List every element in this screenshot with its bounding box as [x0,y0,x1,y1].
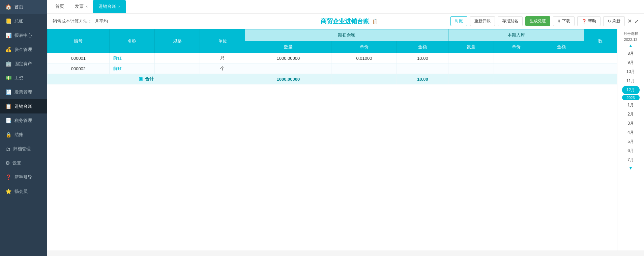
month-item-7[interactable]: 7月 [622,156,640,164]
month-item-11[interactable]: 11月 [622,77,640,85]
col-header-spec: 规格 [154,29,200,53]
col-header-opening-balance: 期初余额 [245,29,448,41]
download-label: 下载 [562,18,570,24]
cost-method-value: 月平均 [95,18,108,24]
close-window-button[interactable]: ✕ [627,18,632,24]
table-row: 000001 前缸 只 1000.00000 0.01000 10.00 [48,53,617,63]
page-title: 商贸企业进销台账 📋 [252,17,447,25]
row1-spec [154,53,200,63]
archive-icon: 🗂 [5,146,10,152]
month-item-12[interactable]: 12月 [622,86,640,94]
month-panel-year-2022: 2022.12 [624,37,638,42]
inventory-icon: 📋 [5,103,12,109]
row2-opening-price [331,63,397,74]
sidebar-label-settings: 设置 [12,160,21,166]
sidebar-label-inventory: 进销台账 [14,103,32,109]
help-label: 帮助 [588,18,596,24]
total-more [584,74,617,84]
invoice-mgmt-icon: 🧾 [5,89,12,95]
row2-in-price [494,63,539,74]
guide-icon: ❓ [5,174,12,180]
row1-in-amount [539,53,584,63]
month-item-9[interactable]: 9月 [622,58,640,67]
tab-invoice-close[interactable]: × [86,4,88,8]
generate-button[interactable]: 生成凭证 [525,16,550,26]
sidebar-item-salary[interactable]: 💵 工资 [0,71,47,85]
sidebar-item-closing[interactable]: 🔒 结账 [0,128,47,142]
refresh-label: 刷新 [612,18,620,24]
row1-opening-qty: 1000.00000 [245,53,331,63]
download-button[interactable]: ⬇ 下载 [553,16,575,26]
row2-in-qty [448,63,494,74]
sidebar-item-member[interactable]: ⭐ 畅会员 [0,184,47,199]
total-opening-amount: 10.00 [397,74,448,84]
month-item-1[interactable]: 1月 [622,101,640,109]
funds-icon: 💰 [5,47,12,53]
cost-method-label: 销售成本计算方法： [53,18,92,24]
sidebar-item-settings[interactable]: ⚙ 设置 [0,156,47,170]
refresh-icon: ↻ [608,19,611,24]
sidebar-item-archive[interactable]: 🗂 归档管理 [0,142,47,156]
refresh-button[interactable]: ↻ 刷新 [603,16,625,26]
total-in-amount [539,74,584,84]
toolbar-left: 销售成本计算方法： 月平均 [53,18,248,24]
col-header-in-amount: 金额 [539,41,584,53]
member-icon: ⭐ [5,188,12,195]
month-item-6[interactable]: 6月 [622,147,640,155]
month-item-10[interactable]: 10月 [622,68,640,76]
row2-opening-qty [245,63,331,74]
assets-icon: 🏢 [5,61,12,67]
match-button[interactable]: 对账 [450,16,467,26]
sidebar-item-reports[interactable]: 📊 报表中心 [0,28,47,43]
toolbar: 销售成本计算方法： 月平均 商贸企业进销台账 📋 对账 重新开账 存报别名 生成… [47,14,644,29]
download-icon: ⬇ [557,19,561,24]
month-item-5[interactable]: 5月 [622,137,640,146]
month-scroll-up[interactable]: ▲ [627,42,635,49]
sidebar-label-assets: 固定资产 [14,61,32,67]
home-icon: 🏠 [5,4,12,10]
page-title-icon: 📋 [372,19,378,24]
sidebar-item-tax[interactable]: 📑 税务管理 [0,113,47,128]
row2-more [584,63,617,74]
col-header-in-qty: 数量 [448,41,494,53]
tab-home-label: 首页 [55,3,64,9]
col-header-name: 名称 [109,29,154,53]
tab-inventory-ledger[interactable]: 进销台账 × [93,0,125,13]
sidebar-label-home: 首页 [14,4,23,10]
month-item-4[interactable]: 4月 [622,128,640,137]
sidebar-item-funds[interactable]: 💰 资金管理 [0,43,47,57]
total-icon: ▣ [139,76,143,81]
month-scroll-down[interactable]: ▼ [627,164,635,171]
month-item-2[interactable]: 2月 [622,110,640,119]
tab-invoice[interactable]: 发票 × [69,0,93,13]
col-header-opening-amount: 金额 [397,41,448,53]
month-item-3[interactable]: 3月 [622,119,640,128]
sidebar-item-ledger[interactable]: 📒 总账 [0,14,47,28]
ledger-icon: 📒 [5,18,12,24]
tab-home[interactable]: 首页 [50,0,69,13]
sidebar-label-member: 畅会员 [14,188,28,195]
sidebar-item-guide[interactable]: ❓ 新手引导 [0,170,47,184]
sidebar-item-assets[interactable]: 🏢 固定资产 [0,57,47,71]
table-area: 编号 名称 规格 单位 期初余额 本期入库 数 数量 单价 金额 数量 单价 [47,29,617,251]
row1-more [584,53,617,63]
tab-inventory-close[interactable]: × [118,4,120,8]
row1-opening-amount: 10.00 [397,53,448,63]
page-title-text: 商贸企业进销台账 [321,18,369,25]
sidebar-item-invoice-mgmt[interactable]: 🧾 发票管理 [0,85,47,99]
reopen-button[interactable]: 重新开账 [470,16,495,26]
row2-spec [154,63,200,74]
total-label: ▣ 合计 [48,74,245,84]
sidebar-item-inventory[interactable]: 📋 进销台账 [0,99,47,113]
col-header-code: 编号 [48,29,110,53]
col-header-unit: 单位 [200,29,245,53]
month-item-8[interactable]: 8月 [622,49,640,58]
total-in-price [494,74,539,84]
help-button[interactable]: ❓ 帮助 [577,16,601,26]
sidebar-label-salary: 工资 [14,75,23,81]
total-row: ▣ 合计 1000.00000 10.00 [48,74,617,84]
sidebar-item-home[interactable]: 🏠 首页 [0,0,47,14]
expand-window-button[interactable]: ⤢ [635,19,639,24]
total-opening-price-empty [331,74,397,84]
save-as-button[interactable]: 存报别名 [498,16,523,26]
